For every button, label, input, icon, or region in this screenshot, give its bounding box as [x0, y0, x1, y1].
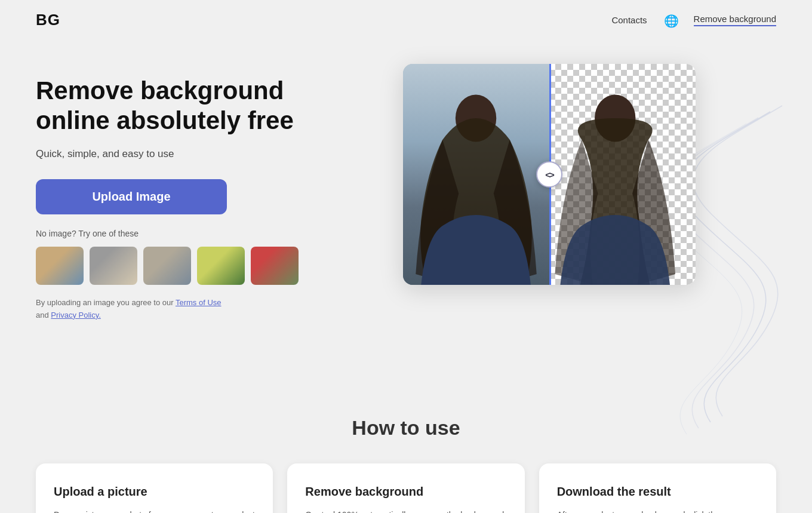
sample-image-2[interactable]: [90, 247, 137, 285]
main-nav: Contacts 🌐 Remove background: [611, 14, 776, 27]
step-2-title: Remove background: [305, 485, 506, 499]
image-comparison: <>: [403, 64, 696, 285]
nav-contacts-link[interactable]: Contacts: [611, 15, 647, 25]
terms-prefix: By uploading an image you agree to our: [36, 298, 176, 307]
step-3-text: After you select a new background, click…: [557, 508, 758, 513]
step-card-1: Upload a picture Drag a picture or a pho…: [36, 463, 273, 513]
hero-right: <>: [322, 64, 776, 285]
privacy-prefix: and: [36, 311, 51, 320]
transparent-photo-side: [549, 64, 696, 285]
privacy-policy-link[interactable]: Privacy Policy.: [51, 311, 101, 320]
step-3-title: Download the result: [557, 485, 758, 499]
logo: BG: [36, 11, 60, 29]
hero-section: Remove background online absolutely free…: [0, 40, 812, 380]
hero-title: Remove background online absolutely free: [36, 76, 322, 136]
step-1-text: Drag a picture or a photo from your comp…: [54, 508, 255, 513]
header: BG Contacts 🌐 Remove background: [0, 0, 812, 40]
no-image-text: No image? Try one of these: [36, 229, 322, 238]
hero-subtitle: Quick, simple, and easy to use: [36, 148, 322, 160]
steps-grid: Upload a picture Drag a picture or a pho…: [36, 463, 776, 513]
globe-icon[interactable]: 🌐: [664, 14, 677, 27]
nav-remove-bg-link[interactable]: Remove background: [694, 14, 776, 26]
sample-image-4[interactable]: [197, 247, 245, 285]
sample-image-5[interactable]: [251, 247, 299, 285]
sample-images-row: [36, 247, 322, 285]
terms-text: By uploading an image you agree to our T…: [36, 297, 322, 322]
step-1-title: Upload a picture: [54, 485, 255, 499]
compare-arrows-icon: <>: [545, 170, 553, 180]
hero-left: Remove background online absolutely free…: [36, 64, 322, 321]
step-card-2: Remove background Our tool 100% automati…: [287, 463, 524, 513]
step-card-3: Download the result After you select a n…: [539, 463, 776, 513]
terms-of-use-link[interactable]: Terms of Use: [176, 298, 222, 307]
sample-image-3[interactable]: [143, 247, 191, 285]
step-2-text: Our tool 100% automatically removes the …: [305, 508, 506, 513]
sample-image-1[interactable]: [36, 247, 84, 285]
compare-handle-button[interactable]: <>: [536, 161, 562, 188]
upload-image-button[interactable]: Upload Image: [36, 179, 227, 214]
